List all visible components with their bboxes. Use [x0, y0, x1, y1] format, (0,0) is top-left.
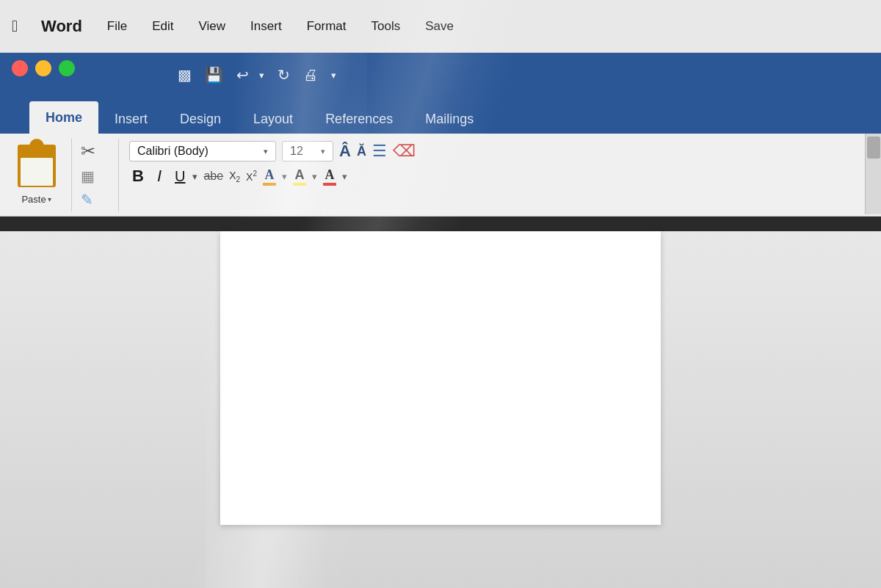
layout-icon[interactable]: ▩ — [173, 63, 196, 87]
scrollbar-thumb[interactable] — [867, 137, 880, 159]
window-minimize-button[interactable] — [35, 60, 51, 76]
superscript-button[interactable]: X2 — [246, 170, 257, 183]
paste-label: Paste — [21, 194, 46, 205]
font-name-dropdown[interactable]: Calibri (Body) ▾ — [129, 141, 276, 161]
print-icon[interactable]: 🖨 — [299, 64, 322, 87]
font-style-row: B I U ▾ abe X2 X2 A ▾ — [129, 166, 868, 186]
tab-layout[interactable]: Layout — [237, 104, 309, 134]
cut-icon[interactable]: ✂ — [81, 141, 112, 161]
paste-button[interactable]: Paste ▾ — [21, 194, 51, 205]
font-size-value: 12 — [290, 145, 303, 158]
font-color-letter: A — [264, 167, 274, 183]
highlight-bar — [293, 183, 306, 186]
font-color-dropdown-icon[interactable]: ▾ — [282, 171, 287, 182]
screen-wrapper:  Word File Edit View Insert Format Tool… — [0, 0, 881, 588]
tab-home[interactable]: Home — [29, 101, 98, 134]
text-effects-icon[interactable]: ☰ — [372, 142, 387, 161]
font-size-arrow: ▾ — [321, 147, 325, 156]
bold-button[interactable]: B — [129, 166, 147, 186]
tab-references[interactable]: References — [309, 104, 409, 134]
clipboard-clip-icon — [29, 139, 44, 148]
menu-insert[interactable]: Insert — [246, 18, 286, 35]
menu-edit[interactable]: Edit — [148, 18, 178, 35]
toolbar-row: ▩ 💾 ↩ ▾ ↻ 🖨 ▾ — [0, 53, 881, 97]
mac-menubar:  Word File Edit View Insert Format Tool… — [0, 0, 881, 53]
menu-word[interactable]: Word — [37, 15, 87, 37]
copy-icon[interactable]: ▦ — [81, 167, 112, 185]
ribbon-container: ▩ 💾 ↩ ▾ ↻ 🖨 ▾ Home Insert Design Layout — [0, 53, 881, 217]
ribbon-content: Paste ▾ ✂ ▦ ✎ Calibri (Body) ▾ — [0, 134, 881, 217]
undo-dropdown-icon[interactable]: ▾ — [255, 67, 269, 84]
vertical-scrollbar[interactable] — [865, 134, 881, 214]
document-page[interactable] — [220, 231, 661, 525]
font-section: Calibri (Body) ▾ 12 ▾ Â Ă ☰ ⌫ — [122, 138, 875, 211]
tab-insert[interactable]: Insert — [98, 104, 164, 134]
font-row1: Calibri (Body) ▾ 12 ▾ Â Ă ☰ ⌫ — [129, 141, 868, 161]
highlight-dropdown-icon[interactable]: ▾ — [312, 171, 317, 182]
window-maximize-button[interactable] — [59, 60, 75, 76]
clipboard-icon-area[interactable] — [13, 141, 60, 191]
underline-dropdown-icon[interactable]: ▾ — [192, 171, 197, 182]
format-painter-icon[interactable]: ✎ — [81, 191, 112, 208]
undo-icon[interactable]: ↩ — [232, 63, 253, 87]
font-name-arrow: ▾ — [264, 147, 268, 156]
italic-button[interactable]: I — [153, 166, 166, 186]
font-color-underline — [263, 183, 276, 186]
font-color-red-bar — [323, 183, 336, 186]
clipboard-section: Paste ▾ — [6, 138, 72, 211]
tab-design[interactable]: Design — [164, 104, 237, 134]
menu-file[interactable]: File — [103, 18, 131, 35]
document-area — [0, 231, 881, 588]
redo-icon[interactable]: ↻ — [273, 63, 294, 87]
menu-format[interactable]: Format — [302, 18, 351, 35]
window-close-button[interactable] — [12, 60, 28, 76]
save-icon[interactable]: 💾 — [200, 63, 228, 87]
font-color-red-button[interactable]: A — [323, 167, 336, 186]
toolbar-dropdown-icon[interactable]: ▾ — [327, 67, 341, 84]
clear-formatting-icon[interactable]: ⌫ — [393, 142, 416, 161]
apple-logo-icon[interactable]:  — [12, 17, 18, 36]
increase-font-size-icon[interactable]: Â — [339, 142, 351, 161]
font-color-button[interactable]: A — [263, 167, 276, 186]
highlight-letter: A — [294, 167, 304, 183]
menu-tools[interactable]: Tools — [366, 18, 405, 35]
window-controls — [12, 60, 75, 76]
font-size-dropdown[interactable]: 12 ▾ — [282, 141, 333, 161]
underline-button[interactable]: U — [172, 167, 188, 186]
menu-save[interactable]: Save — [421, 18, 458, 35]
tabs-row: Home Insert Design Layout References Mai… — [0, 97, 881, 134]
font-name-value: Calibri (Body) — [137, 145, 209, 158]
highlight-button[interactable]: A — [293, 167, 306, 186]
menu-view[interactable]: View — [195, 18, 231, 35]
clipboard-board-icon — [18, 145, 56, 187]
subscript-button[interactable]: X2 — [229, 170, 240, 184]
clipboard-paper-icon — [21, 158, 53, 186]
paste-dropdown-arrow: ▾ — [48, 195, 51, 203]
toolbar-icons: ▩ 💾 ↩ ▾ ↻ 🖨 ▾ — [173, 63, 341, 87]
edit-section: ✂ ▦ ✎ — [75, 138, 119, 211]
font-color-red-dropdown-icon[interactable]: ▾ — [342, 171, 347, 182]
strikethrough-button[interactable]: abe — [203, 170, 223, 183]
font-color-red-letter: A — [325, 167, 334, 183]
decrease-font-size-icon[interactable]: Ă — [357, 144, 366, 159]
tab-mailings[interactable]: Mailings — [409, 104, 490, 134]
